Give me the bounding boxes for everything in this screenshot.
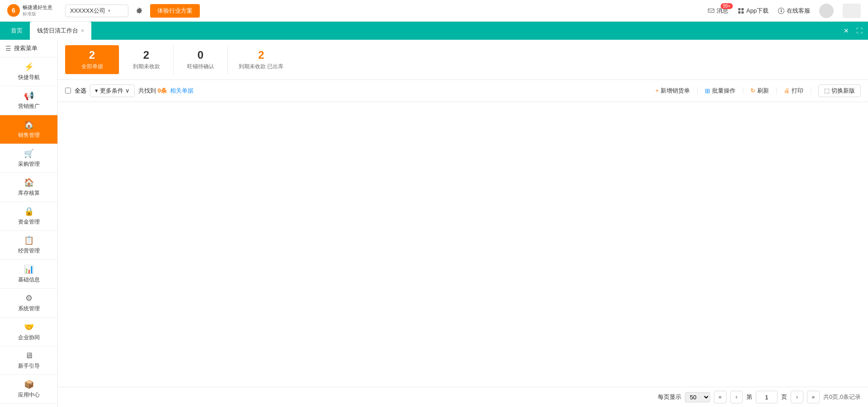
app-badge: 标准版	[23, 11, 52, 17]
toolbar-left: 全选 ▾ 更多条件 ∨ 共找到 0条 相关单据	[65, 84, 651, 97]
svg-rect-2	[738, 11, 741, 14]
header-right: 消息 99+ App下载 在线客服	[708, 4, 861, 18]
nav-tabs: 首页 钱货日清工作台 × ✕ ⛶	[0, 22, 868, 40]
chevron-down-icon: ▾	[108, 8, 110, 13]
all-count: 2	[89, 49, 95, 62]
app-center-icon: 📦	[24, 379, 34, 389]
sales-icon: 🏠	[24, 120, 34, 130]
page-suffix: 页	[781, 393, 787, 401]
sidebar-item-purchase[interactable]: 🛒 采购管理	[0, 144, 57, 173]
close-tab-icon[interactable]: ×	[81, 28, 84, 34]
refresh-icon: ↻	[750, 87, 755, 94]
overdue-unpaid-label: 到期未收款	[133, 63, 160, 70]
search-menu-label: 搜索菜单	[14, 44, 38, 52]
main-layout: ☰ 搜索菜单 ⚡ 快捷导航 📢 营销推广 🏠 销售管理 🛒 采购管理 🏠 库存核…	[0, 40, 868, 407]
sidebar-item-system[interactable]: ⚙ 系统管理	[0, 289, 57, 318]
sidebar-item-marketing[interactable]: 📢 营销推广	[0, 86, 57, 115]
related-link[interactable]: 相关单据	[170, 87, 193, 94]
select-all-label: 全选	[75, 87, 86, 95]
sidebar-item-finance[interactable]: 🔒 资金管理	[0, 202, 57, 231]
search-icon: ☰	[5, 45, 11, 52]
summary-card-all[interactable]: 2 全部单据	[65, 45, 119, 74]
sidebar-item-enterprise-wechat[interactable]: 💬 企业微信	[0, 404, 57, 407]
message-button[interactable]: 消息 99+	[708, 7, 728, 15]
sidebar-search[interactable]: ☰ 搜索菜单	[0, 40, 57, 57]
summary-card-overdue-unpaid[interactable]: 2 到期未收款	[119, 45, 174, 74]
more-filter-button[interactable]: ▾ 更多条件 ∨	[90, 84, 135, 97]
content-area: 2 全部单据 2 到期未收款 0 旺铺待确认 2 到期未收款 已出库 全选	[58, 40, 868, 407]
add-sale-button[interactable]: + 新增销货单	[655, 87, 690, 95]
settings-button[interactable]	[132, 4, 146, 18]
refresh-button[interactable]: ↻ 刷新	[750, 87, 769, 95]
divider-1	[697, 87, 698, 94]
wangpu-count: 0	[198, 49, 203, 62]
total-info: 共0页,0条记录	[823, 393, 861, 401]
first-page-button[interactable]: «	[714, 391, 726, 403]
tab-home[interactable]: 首页	[4, 22, 30, 40]
overdue-unout-label: 到期未收款 已出库	[239, 63, 283, 70]
filter-icon: ▾	[95, 87, 98, 94]
switch-icon: ⬚	[824, 87, 830, 94]
avatar[interactable]	[819, 4, 834, 18]
online-service-button[interactable]: 在线客服	[778, 7, 810, 15]
filter-chevron-icon: ∨	[125, 87, 130, 94]
sidebar-item-new-guide[interactable]: 🖥 新手引导	[0, 346, 57, 375]
switch-new-button[interactable]: ⬚ 切换新版	[818, 84, 861, 97]
toolbar-right: + 新增销货单 ⊞ 批量操作 ↻ 刷新 🖨 打印	[655, 84, 861, 97]
quick-nav-icon: ⚡	[24, 62, 34, 72]
summary-card-wangpu[interactable]: 0 旺铺待确认	[174, 45, 228, 74]
avatar-extra[interactable]	[843, 4, 861, 18]
page-number-input[interactable]	[756, 391, 778, 403]
select-all-checkbox[interactable]	[65, 88, 71, 94]
all-label: 全部单据	[81, 63, 103, 70]
divider-2	[743, 87, 743, 94]
purchase-icon: 🛒	[24, 149, 34, 159]
print-button[interactable]: 🖨 打印	[784, 87, 803, 95]
nav-tabs-right: ✕ ⛶	[842, 25, 864, 36]
top-header: 6 畅捷通好生意 标准版 XXXXXX公司 ▾ 体验行业方案 消息 99+ Ap…	[0, 0, 868, 22]
batch-operation-button[interactable]: ⊞ 批量操作	[705, 87, 736, 95]
found-count: 0条	[158, 87, 167, 94]
print-icon: 🖨	[784, 87, 790, 94]
expand-window-icon[interactable]: ⛶	[854, 25, 864, 36]
overdue-unout-count: 2	[258, 49, 264, 62]
prev-page-button[interactable]: ‹	[730, 391, 743, 403]
enterprise-coop-icon: 🤝	[24, 322, 34, 332]
page-size-select[interactable]: 50 100 200	[685, 392, 710, 402]
marketing-icon: 📢	[24, 91, 34, 101]
sidebar-item-basic-info[interactable]: 📊 基础信息	[0, 260, 57, 289]
svg-rect-3	[741, 11, 744, 14]
summary-cards: 2 全部单据 2 到期未收款 0 旺铺待确认 2 到期未收款 已出库	[58, 40, 868, 80]
plus-icon: +	[655, 87, 659, 94]
overdue-unpaid-count: 2	[143, 49, 149, 62]
svg-rect-0	[738, 8, 741, 10]
tab-active[interactable]: 钱货日清工作台 ×	[30, 22, 91, 40]
table-area	[58, 102, 868, 387]
divider-3	[776, 87, 777, 94]
app-download-button[interactable]: App下载	[737, 7, 769, 15]
sidebar-item-inventory[interactable]: 🏠 库存核算	[0, 173, 57, 202]
sidebar-item-enterprise-coop[interactable]: 🤝 企业协同	[0, 318, 57, 346]
sidebar-item-quick-nav[interactable]: ⚡ 快捷导航	[0, 57, 57, 86]
logo-area: 6 畅捷通好生意 标准版	[7, 4, 65, 17]
new-guide-icon: 🖥	[25, 351, 33, 360]
system-icon: ⚙	[25, 293, 33, 303]
last-page-button[interactable]: »	[807, 391, 820, 403]
summary-card-overdue-unout[interactable]: 2 到期未收款 已出库	[228, 45, 294, 74]
sidebar-item-app-center[interactable]: 📦 应用中心	[0, 375, 57, 404]
message-badge: 99+	[721, 3, 733, 9]
toolbar: 全选 ▾ 更多条件 ∨ 共找到 0条 相关单据 + 新增销货单	[58, 80, 868, 102]
operation-icon: 📋	[24, 235, 34, 245]
next-page-button[interactable]: ›	[791, 391, 803, 403]
trial-button[interactable]: 体验行业方案	[150, 4, 200, 18]
sidebar-item-operation[interactable]: 📋 经营管理	[0, 231, 57, 260]
wangpu-label: 旺铺待确认	[187, 63, 214, 70]
close-window-icon[interactable]: ✕	[842, 25, 851, 36]
sidebar: ☰ 搜索菜单 ⚡ 快捷导航 📢 营销推广 🏠 销售管理 🛒 采购管理 🏠 库存核…	[0, 40, 58, 407]
divider-4	[811, 87, 811, 94]
company-selector[interactable]: XXXXXX公司 ▾	[65, 5, 128, 17]
pagination-bar: 每页显示 50 100 200 « ‹ 第 页 › » 共0页,0条记录	[58, 387, 868, 407]
sidebar-item-sales[interactable]: 🏠 销售管理	[0, 115, 57, 144]
app-name: 畅捷通好生意	[23, 4, 52, 10]
inventory-icon: 🏠	[24, 178, 34, 187]
